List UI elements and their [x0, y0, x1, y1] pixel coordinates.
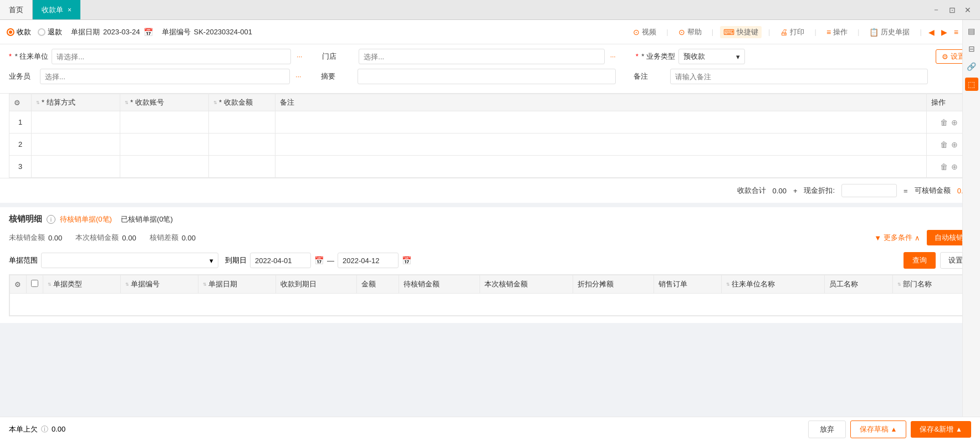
- range-field: 单据范围 ▾: [9, 253, 218, 268]
- list-icon[interactable]: ≡: [954, 28, 958, 37]
- print-label: 打印: [790, 27, 804, 37]
- doc-num-sort-icon[interactable]: ⇅: [125, 282, 129, 287]
- delete-row-3-button[interactable]: 🗑: [940, 162, 948, 171]
- tab-done[interactable]: 已核销单据(0笔): [121, 214, 173, 224]
- counterpart-more[interactable]: ···: [294, 53, 304, 60]
- salesperson-field: 业务员 ···: [9, 69, 303, 84]
- doc-date-sort-icon[interactable]: ⇅: [203, 282, 207, 287]
- verify-tabs: 待核销单据(0笔) 已核销单据(0笔): [60, 214, 173, 224]
- counterpart-sort-icon[interactable]: ⇅: [726, 282, 730, 287]
- table-settings-icon[interactable]: ⚙: [14, 99, 21, 107]
- counterpart-input[interactable]: [52, 49, 291, 64]
- biz-type-dropdown[interactable]: 预收款 ▾: [678, 49, 745, 64]
- date-to-input[interactable]: [338, 253, 399, 268]
- operations-button[interactable]: ≡ 操作: [823, 26, 851, 38]
- history-button[interactable]: 📋 历史单据: [866, 26, 913, 38]
- row-remark-3[interactable]: [275, 156, 927, 178]
- row-settle-3[interactable]: [32, 156, 120, 178]
- video-button[interactable]: ⊙ 视频: [630, 26, 660, 38]
- query-button[interactable]: 查询: [904, 252, 936, 269]
- next-icon[interactable]: ▶: [941, 28, 947, 37]
- summary-label: 摘要: [321, 71, 354, 81]
- row-remark-2[interactable]: [275, 134, 927, 156]
- row-account-1[interactable]: [120, 111, 209, 134]
- date-field: 单据日期 2023-03-24 📅: [71, 27, 153, 37]
- sidebar-table-icon[interactable]: ▤: [965, 24, 978, 38]
- row-account-2[interactable]: [120, 134, 209, 156]
- delete-row-2-button[interactable]: 🗑: [940, 140, 948, 149]
- empty-cell: [10, 294, 971, 316]
- sidebar-link-icon[interactable]: 🔗: [965, 60, 978, 73]
- date-from-input[interactable]: [250, 253, 311, 268]
- order-label: 本单上欠: [9, 424, 38, 434]
- save-new-button[interactable]: 保存&新增 ▲: [911, 421, 971, 438]
- help-button[interactable]: ⊙ 帮助: [675, 26, 705, 38]
- shortcut-button[interactable]: ⌨ 快捷键: [720, 26, 762, 38]
- copy-row-1-button[interactable]: ⊕: [951, 118, 958, 127]
- range-select[interactable]: ▾: [41, 253, 218, 268]
- row-account-3[interactable]: [120, 156, 209, 178]
- verify-section: 核销明细 i 待核销单据(0笔) 已核销单据(0笔) 未核销金额 0.00 本次…: [0, 207, 980, 323]
- dept-sort-icon[interactable]: ⇅: [897, 282, 901, 287]
- print-button[interactable]: 🖨 打印: [777, 26, 808, 38]
- save-draft-button[interactable]: 保存草稿 ▲: [850, 421, 907, 438]
- copy-row-2-button[interactable]: ⊕: [951, 140, 958, 149]
- store-more[interactable]: ···: [608, 53, 618, 60]
- restore-button[interactable]: ⊡: [947, 6, 958, 14]
- sidebar-expand-icon[interactable]: ⬚: [965, 78, 978, 91]
- tab-close-icon[interactable]: ×: [68, 6, 72, 14]
- sidebar-minus-icon[interactable]: ⊟: [965, 42, 978, 55]
- right-sidebar: ▤ ⊟ 🔗 ⬚: [962, 20, 980, 417]
- discard-button[interactable]: 放弃: [808, 421, 846, 438]
- radio-refund[interactable]: 退款: [38, 27, 62, 37]
- gear-icon: ⚙: [942, 53, 948, 61]
- account-sort-icon[interactable]: ⇅: [125, 100, 129, 105]
- radio-receive[interactable]: 收款: [7, 27, 31, 37]
- order-info-icon[interactable]: ⓘ: [41, 424, 48, 434]
- more-conditions-button[interactable]: ▼ 更多条件 ∧: [874, 233, 920, 243]
- delete-row-1-button[interactable]: 🗑: [940, 118, 948, 127]
- tab-home[interactable]: 首页: [0, 0, 33, 19]
- remark-input[interactable]: [670, 69, 928, 84]
- net-label: 可核销金额: [915, 186, 951, 196]
- biz-type-value: 预收款: [683, 52, 705, 61]
- prev-icon[interactable]: ◀: [928, 28, 935, 37]
- radio-receive-label: 收款: [17, 27, 31, 37]
- counterpart-field: * * 往来单位 ···: [9, 49, 304, 64]
- calendar-to-icon[interactable]: 📅: [402, 256, 411, 265]
- discount-input[interactable]: [841, 184, 897, 197]
- row-settle-1[interactable]: [32, 111, 120, 134]
- doc-type-sort-icon[interactable]: ⇅: [48, 282, 52, 287]
- select-all-checkbox[interactable]: [31, 280, 38, 287]
- close-button[interactable]: ✕: [962, 6, 973, 14]
- tab-active[interactable]: 收款单 ×: [33, 0, 80, 19]
- row-amount-2[interactable]: [209, 134, 275, 156]
- minimize-button[interactable]: －: [930, 5, 942, 15]
- salesperson-input[interactable]: [40, 69, 290, 84]
- verify-table-settings-icon[interactable]: ⚙: [14, 280, 21, 289]
- verify-info-icon[interactable]: i: [47, 215, 55, 224]
- date-value: 2023-03-24: [103, 28, 140, 36]
- bottom-left: 本单上欠 ⓘ 0.00: [9, 424, 65, 434]
- row-amount-3[interactable]: [209, 156, 275, 178]
- tab-active-label: 收款单: [42, 5, 63, 15]
- store-label: 门店: [322, 52, 355, 61]
- th-doc-date: ⇅ 单据日期: [198, 275, 276, 294]
- calendar-from-icon[interactable]: 📅: [314, 256, 324, 265]
- th-settle: ⇅ * 结算方式: [32, 94, 120, 111]
- salesperson-more[interactable]: ···: [293, 73, 303, 80]
- th-remark: 备注: [275, 94, 927, 111]
- row-settle-2[interactable]: [32, 134, 120, 156]
- tab-pending[interactable]: 待核销单据(0笔): [60, 214, 112, 224]
- settle-sort-icon[interactable]: ⇅: [36, 100, 40, 105]
- th-doc-type: ⇅ 单据类型: [43, 275, 121, 294]
- row-amount-1[interactable]: [209, 111, 275, 134]
- row-remark-1[interactable]: [275, 111, 927, 134]
- calendar-icon[interactable]: 📅: [144, 28, 153, 37]
- summary-input[interactable]: [358, 69, 615, 84]
- amount-sort-icon[interactable]: ⇅: [213, 100, 217, 105]
- top-toolbar: 收款 退款 单据日期 2023-03-24 📅 单据编号 SK-20230324…: [0, 20, 980, 44]
- store-input[interactable]: [359, 49, 604, 64]
- summary-field: 摘要: [321, 69, 615, 84]
- copy-row-3-button[interactable]: ⊕: [951, 162, 958, 171]
